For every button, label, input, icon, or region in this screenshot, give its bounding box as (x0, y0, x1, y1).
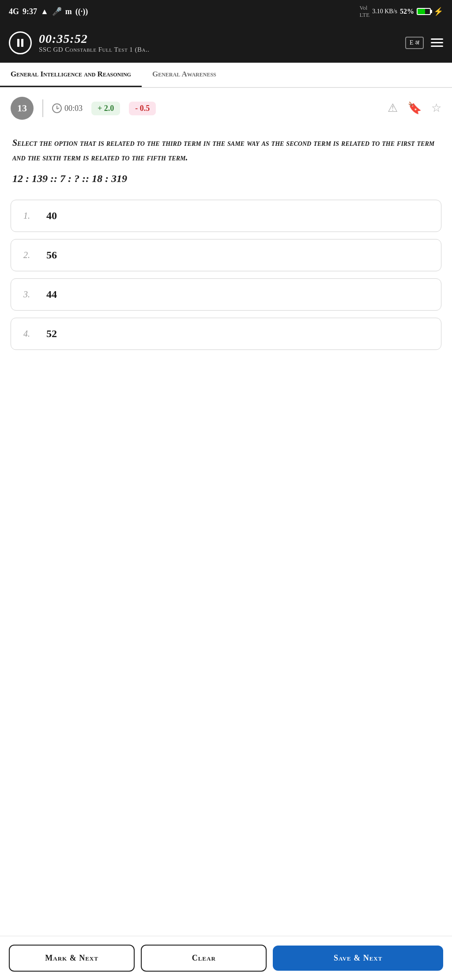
clear-button[interactable]: Clear (141, 945, 267, 972)
status-right: VolLTE 3.10 KB/s 52% ⚡ (360, 4, 443, 19)
option-3[interactable]: 3. 44 (11, 278, 441, 311)
pause-button[interactable] (9, 31, 32, 54)
header-title-group: 00:35:52 SSC GD Constable Full Test 1 (B… (39, 32, 398, 53)
bookmark-icon[interactable]: 🔖 (407, 103, 422, 114)
exam-timer: 00:35:52 (39, 32, 398, 46)
divider (42, 99, 43, 117)
option-2-value: 56 (46, 249, 57, 261)
clock-icon (52, 103, 62, 113)
option-2[interactable]: 2. 56 (11, 239, 441, 271)
menu-line-2 (431, 42, 443, 43)
question-number-badge: 13 (11, 97, 34, 120)
content-spacer (0, 354, 452, 487)
time-display: 9:37 (23, 7, 37, 16)
tab-general-awareness[interactable]: General Awareness (142, 63, 227, 87)
option-1-number: 1. (23, 211, 36, 221)
option-1-value: 40 (46, 210, 57, 222)
header-icons: E अ (405, 37, 443, 49)
options-container: 1. 40 2. 56 3. 44 4. 52 (0, 195, 452, 354)
mark-next-button[interactable]: Mark & Next (9, 945, 135, 972)
menu-line-3 (431, 46, 443, 47)
charging-icon: ⚡ (433, 7, 443, 16)
action-icons: ⚠ 🔖 ☆ (388, 103, 441, 114)
question-timer: 00:03 (52, 103, 83, 113)
positive-mark-badge: + 2.0 (91, 102, 120, 115)
bottom-action-bar: Mark & Next Clear Save & Next (0, 936, 452, 980)
question-bar: 13 00:03 + 2.0 - 0.5 ⚠ 🔖 ☆ (0, 88, 452, 129)
option-2-number: 2. (23, 250, 36, 260)
status-bar: 4G 9:37 ▲ 🎤 m ((·)) VolLTE 3.10 KB/s 52%… (0, 0, 452, 23)
nav-icon: ▲ (41, 7, 49, 16)
option-4-number: 4. (23, 329, 36, 339)
data-rate: 3.10 KB/s (372, 8, 397, 15)
exam-title: SSC GD Constable Full Test 1 (Ba.. (39, 46, 398, 53)
app-header: 00:35:52 SSC GD Constable Full Test 1 (B… (0, 23, 452, 63)
question-time-value: 00:03 (64, 104, 83, 113)
option-3-value: 44 (46, 289, 57, 300)
tab-general-intelligence[interactable]: General Intelligence and Reasoning (0, 63, 142, 87)
option-3-number: 3. (23, 289, 36, 300)
save-next-button[interactable]: Save & Next (273, 946, 443, 971)
pause-icon (17, 39, 23, 47)
question-text: Select the option that is related to the… (12, 136, 440, 165)
option-4[interactable]: 4. 52 (11, 318, 441, 350)
main-content: 13 00:03 + 2.0 - 0.5 ⚠ 🔖 ☆ Select the op… (0, 88, 452, 972)
vol-lte-label: VolLTE (360, 4, 370, 19)
status-left: 4G 9:37 ▲ 🎤 m ((·)) (9, 7, 88, 16)
wifi-calling-icon: ((·)) (75, 7, 88, 16)
star-icon[interactable]: ☆ (431, 103, 441, 114)
signal-indicator: 4G (9, 7, 19, 16)
menu-line-1 (431, 38, 443, 40)
option-1[interactable]: 1. 40 (11, 200, 441, 232)
question-content: Select the option that is related to the… (0, 129, 452, 195)
battery-indicator (417, 8, 431, 15)
question-formula: 12 : 139 :: 7 : ? :: 18 : 319 (12, 173, 440, 185)
option-4-value: 52 (46, 328, 57, 340)
language-toggle[interactable]: E अ (405, 37, 424, 49)
tab-navigation: General Intelligence and Reasoning Gener… (0, 63, 452, 88)
battery-pct: 52% (400, 8, 414, 15)
negative-mark-badge: - 0.5 (129, 102, 156, 115)
m-icon: m (65, 7, 72, 16)
warning-icon[interactable]: ⚠ (388, 103, 398, 114)
menu-button[interactable] (431, 38, 443, 47)
mic-icon: 🎤 (52, 7, 62, 16)
